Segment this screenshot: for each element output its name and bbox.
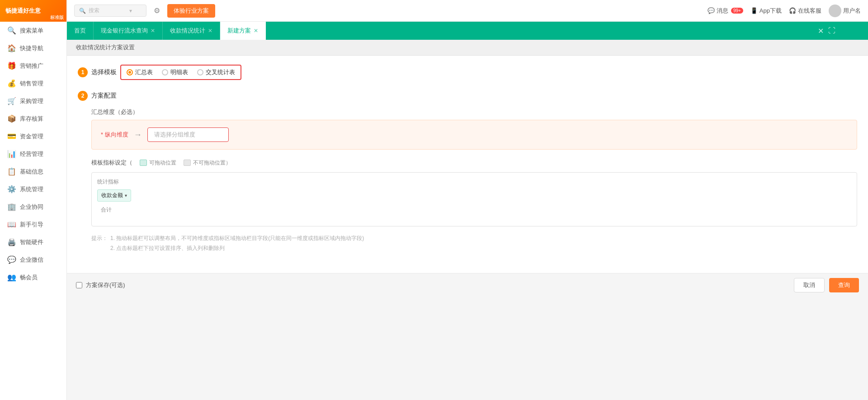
step1-header: 1 选择模板 汇总表 明细表 交叉统计表 — [78, 65, 857, 80]
step1-num: 1 — [78, 67, 88, 77]
sidebar-item-guide[interactable]: 📖 新手引导 — [0, 216, 66, 233]
movable-legend-box — [140, 160, 147, 166]
tab-collection-stats[interactable]: 收款情况统计 ✕ — [163, 22, 220, 40]
cart-icon: 🛒 — [7, 97, 16, 105]
radio-cross[interactable]: 交叉统计表 — [197, 68, 235, 76]
sidebar-item-system[interactable]: ⚙️ 系统管理 — [0, 180, 66, 198]
sidebar-item-search-menu[interactable]: 🔍 搜索菜单 — [0, 22, 66, 39]
tab-new-plan-close[interactable]: ✕ — [254, 28, 258, 34]
save-checkbox[interactable] — [76, 282, 82, 288]
industry-btn[interactable]: 体验行业方案 — [167, 4, 215, 18]
header: 🔍 搜索 ▾ ⚙ 体验行业方案 💬 消息 99+ 📱 App下载 🎧 在线客服 … — [67, 0, 868, 22]
radio-summary[interactable]: 汇总表 — [127, 68, 153, 76]
dimension-select[interactable]: 请选择分组维度 — [147, 127, 229, 142]
service-btn[interactable]: 🎧 在线客服 — [789, 7, 821, 15]
tab-collection-stats-label: 收款情况统计 — [170, 27, 205, 35]
indicator-tag-label: 收款金额 — [101, 192, 123, 199]
service-label: 在线客服 — [798, 7, 821, 15]
tab-collection-stats-close[interactable]: ✕ — [208, 28, 212, 34]
sidebar-item-inventory[interactable]: 📦 库存核算 — [0, 110, 66, 127]
app-label: App下载 — [760, 7, 782, 15]
page-breadcrumb: 收款情况统计方案设置 — [67, 40, 868, 56]
sidebar: 畅捷通好生意 标准版 🔍 搜索菜单 🏠 快捷导航 🎁 营销推广 💰 销售管理 🛒… — [0, 0, 67, 400]
template-options: 汇总表 明细表 交叉统计表 — [120, 65, 241, 80]
cancel-button[interactable]: 取消 — [794, 278, 825, 292]
service-icon: 🎧 — [789, 7, 796, 14]
sidebar-item-basic-info[interactable]: 📋 基础信息 — [0, 163, 66, 180]
legend-movable: 可拖动位置 — [140, 159, 176, 167]
radio-label-cross: 交叉统计表 — [206, 68, 235, 76]
sidebar-label-enterprise: 企业协同 — [20, 203, 43, 211]
sidebar-item-member[interactable]: 👥 畅会员 — [0, 268, 66, 286]
dimension-section-title: 汇总维度（必选） — [91, 108, 857, 116]
search-bar[interactable]: 🔍 搜索 ▾ — [74, 5, 146, 17]
avatar — [829, 5, 841, 17]
unmovable-legend-box — [184, 160, 191, 166]
sidebar-item-wechat[interactable]: 💬 企业微信 — [0, 251, 66, 268]
tip-text-1: 1. 拖动标题栏可以调整布局，不可跨维度或指标区域拖动栏目字段(只能在同一维度或… — [110, 234, 364, 244]
sidebar-item-marketing[interactable]: 🎁 营销推广 — [0, 57, 66, 75]
sidebar-item-purchase[interactable]: 🛒 采购管理 — [0, 92, 66, 110]
sidebar-item-enterprise[interactable]: 🏢 企业协同 — [0, 198, 66, 216]
header-right: 💬 消息 99+ 📱 App下载 🎧 在线客服 用户名 — [708, 5, 861, 17]
box-icon: 📦 — [7, 114, 16, 123]
tab-home[interactable]: 首页 — [67, 22, 94, 40]
gift-icon: 🎁 — [7, 61, 16, 70]
sidebar-label-inventory: 库存核算 — [20, 115, 43, 123]
tab-new-plan[interactable]: 新建方案 ✕ — [220, 22, 266, 40]
close-window-btn[interactable]: ✕ — [818, 27, 824, 35]
content-area: 收款情况统计方案设置 1 选择模板 汇总表 明细表 — [67, 40, 868, 400]
sidebar-item-smart-hw[interactable]: 🖨️ 智能硬件 — [0, 233, 66, 251]
money-icon: 💰 — [7, 79, 16, 88]
sidebar-item-finance[interactable]: 💳 资金管理 — [0, 127, 66, 145]
vertical-dim-label: 纵向维度 — [101, 131, 128, 139]
tip-icon-1: 提示： — [91, 234, 108, 244]
sidebar-label-basic-info: 基础信息 — [20, 168, 43, 176]
tab-bank-flow[interactable]: 现金银行流水查询 ✕ — [94, 22, 163, 40]
message-btn[interactable]: 💬 消息 99+ — [708, 7, 743, 15]
sidebar-item-operations[interactable]: 📊 经营管理 — [0, 145, 66, 163]
app-icon: 📱 — [750, 7, 758, 14]
indicator-tag-payment[interactable]: 收款金额 ▾ — [97, 189, 131, 202]
radio-dot-detail — [162, 69, 168, 75]
sidebar-label-sales: 销售管理 — [20, 80, 43, 88]
step2-num: 2 — [78, 91, 88, 101]
footer-bar: 方案保存(可选) 取消 查询 — [67, 273, 868, 297]
user-name: 用户名 — [843, 7, 861, 15]
query-button[interactable]: 查询 — [829, 278, 859, 292]
step2-header: 2 方案配置 — [78, 91, 857, 101]
sidebar-label-purchase: 采购管理 — [20, 97, 43, 105]
sidebar-label-member: 畅会员 — [20, 273, 38, 282]
user-info[interactable]: 用户名 — [829, 5, 861, 17]
radio-label-summary: 汇总表 — [135, 68, 153, 76]
message-badge: 99+ — [731, 8, 743, 14]
message-label: 消息 — [717, 7, 728, 15]
brand-tag: 标准版 — [50, 14, 64, 21]
maximize-btn[interactable]: ⛶ — [828, 27, 835, 35]
card-icon: 💳 — [7, 132, 16, 141]
tip-text-2: 2. 点击标题栏下拉可设置排序、插入列和删除列 — [110, 244, 225, 254]
sidebar-label-guide: 新手引导 — [20, 221, 43, 229]
sidebar-item-sales[interactable]: 💰 销售管理 — [0, 75, 66, 92]
sidebar-label-smart-hw: 智能硬件 — [20, 238, 43, 246]
home-icon: 🏠 — [7, 44, 16, 52]
sidebar-label-operations: 经营管理 — [20, 150, 43, 158]
sum-label: 合计 — [97, 204, 851, 216]
radio-detail[interactable]: 明细表 — [162, 68, 188, 76]
book-icon: 📖 — [7, 220, 16, 229]
tab-new-plan-label: 新建方案 — [227, 27, 251, 35]
sidebar-item-quick-nav[interactable]: 🏠 快捷导航 — [0, 39, 66, 57]
tab-bank-flow-close[interactable]: ✕ — [151, 28, 155, 34]
radio-label-detail: 明细表 — [170, 68, 188, 76]
app-download-btn[interactable]: 📱 App下载 — [750, 7, 782, 15]
search-dropdown-icon: ▾ — [129, 8, 132, 14]
step2-section: 2 方案配置 汇总维度（必选） 纵向维度 → 请选择分组维度 — [78, 91, 857, 253]
step1-title: 选择模板 — [91, 68, 117, 76]
search-icon: 🔍 — [79, 8, 86, 14]
step2-title: 方案配置 — [91, 92, 117, 100]
tab-home-label: 首页 — [74, 27, 86, 35]
settings-icon[interactable]: ⚙ — [154, 6, 160, 15]
message-icon: 💬 — [708, 7, 715, 14]
tip-row-1: 提示： 1. 拖动标题栏可以调整布局，不可跨维度或指标区域拖动栏目字段(只能在同… — [91, 234, 857, 244]
chat-icon: 💬 — [7, 255, 16, 264]
